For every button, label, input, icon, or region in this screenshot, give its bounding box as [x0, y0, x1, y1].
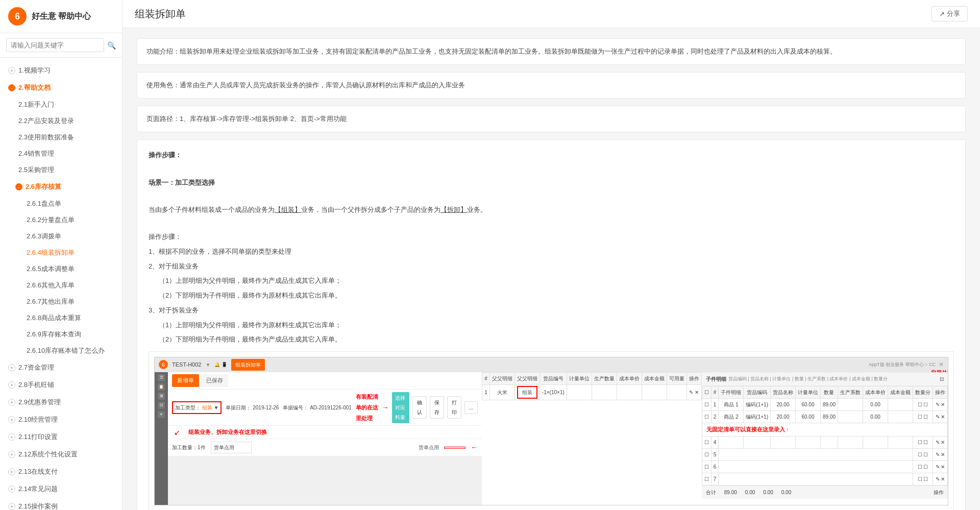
share-label: 分享 [947, 9, 960, 18]
sidebar-item-2-2[interactable]: 2.2产品安装及登录 [0, 113, 122, 129]
sub-th-parent1: 子件明细 [719, 386, 744, 398]
sidebar-item-2-14-label: 2.14常见问题 [18, 484, 58, 494]
sidebar-item-2-13[interactable]: + 2.13在线支付 [0, 463, 122, 480]
sidebar-item-2-11-label: 2.11打印设置 [18, 432, 58, 442]
sidebar-item-label: 2.帮助文档 [18, 83, 51, 92]
mock-form-header: 加工类型： 组装 ▼ 单据日期： 2019-12-26 [168, 390, 482, 426]
th-sku: 货品编号 [540, 372, 567, 384]
sub-td-qtypart-2: ☐ ☐ [913, 410, 933, 423]
sidebar-item-2-6-4[interactable]: 2.6.4组装拆卸单 [0, 245, 122, 261]
td-4-3 [719, 436, 744, 448]
td-num: 1 [482, 384, 490, 400]
sidebar-item-docs[interactable]: - 2.帮助文档 [0, 79, 122, 96]
td-4-7 [820, 436, 838, 448]
sidebar-item-2-12[interactable]: + 2.12系统个性化设置 [0, 446, 122, 463]
sidebar-item-2-6-3[interactable]: 2.6.3调拨单 [0, 228, 122, 245]
td-5-2: 5 [711, 448, 719, 460]
sub-table-row-2: ☐ 2 商品 2 编码(1+1) 20.00 60.00 89.00 [702, 410, 947, 423]
mock-save-btn[interactable]: 保存 [430, 396, 444, 419]
mock-more-btn[interactable]: ... [464, 401, 478, 414]
mock-user-area: AppT版 创业服务 帮助中心 ○ CC [869, 360, 936, 369]
mock-form-fields: 加工类型： 组装 ▼ 单据日期： 2019-12-26 [172, 392, 478, 424]
mock-apply-btn[interactable]: 选择对应料量 [392, 392, 409, 423]
ops-title: 操作步骤： [149, 231, 954, 244]
sidebar-item-2-6[interactable]: - 2.6库存核算 [0, 178, 122, 196]
sub-td-qty-2: 89.00 [820, 410, 838, 423]
role-text: 使用角色：通常由生产人员或库管人员完成折装业务的操作，库管人员确认原材料的出库和… [146, 81, 465, 89]
mock-highlighted-field [444, 447, 465, 449]
sub-th-amount: 成本金额 [888, 386, 913, 398]
sidebar-item-2-6-2[interactable]: 2.6.2分量盘点单 [0, 212, 122, 228]
sidebar-item-2-11[interactable]: + 2.11打印设置 [0, 428, 122, 446]
mock-logo: 6 [159, 360, 168, 369]
sidebar-item-2-3[interactable]: 2.3使用前数据准备 [0, 129, 122, 145]
mock-total-2: 0.00 [745, 488, 755, 497]
mock-confirm-btn[interactable]: 确认 [412, 396, 427, 419]
sidebar-item-2-4[interactable]: 2.4销售管理 [0, 145, 122, 162]
intro-block: 功能介绍：组装拆卸单用来处理企业组装或拆卸等加工业务，支持有固定装配清单的产品加… [137, 38, 966, 65]
td-amount [642, 384, 667, 400]
sub-td-unit-2: 60.00 [795, 410, 820, 423]
expand-icon-2-15: + [8, 503, 15, 510]
sidebar-item-2-15-label: 2.15操作案例 [18, 502, 58, 510]
sidebar-item-2-15[interactable]: + 2.15操作案例 [0, 498, 122, 510]
sub-th-qtypart: 数量分 [913, 386, 933, 398]
sidebar-item-2-10-label: 2.10经营管理 [18, 415, 58, 424]
sidebar-item-2-5[interactable]: 2.5采购管理 [0, 162, 122, 178]
mock-new-order-btn[interactable]: 组装拆卸单 [231, 359, 265, 371]
th-num: # [482, 372, 490, 384]
expand-icon: + [8, 67, 15, 74]
sidebar-item-2-6-1[interactable]: 2.6.1盘点单 [0, 196, 122, 212]
share-button[interactable]: ↗ 分享 [932, 6, 968, 21]
th-parent1: 父父明细 [489, 372, 514, 384]
sidebar-item-2-6-7[interactable]: 2.6.7其他出库单 [0, 294, 122, 310]
sub-td-parent-2: 商品 2 [719, 410, 744, 423]
sidebar-item-2-10[interactable]: + 2.10经营管理 [0, 411, 122, 428]
step3: 3、对于拆装业务 [149, 304, 954, 317]
mock-annotation-row1: ↙ 组装业务、拆卸业务在这里切换 [168, 426, 482, 439]
sidebar-item-2-6-6[interactable]: 2.6.6其他入库单 [0, 277, 122, 294]
steps-block: 操作步骤： 场景一：加工类型选择 当由多个子件材料组装成一个成品的业务为【组装】… [137, 139, 966, 510]
sub-th-check: ☐ [702, 386, 711, 398]
td-4-5 [770, 436, 795, 448]
sub-table-row-1: ☐ 1 商品 1 编码(1+1) 20.00 60.00 89.00 [702, 398, 947, 410]
mock-total-3: 0.00 [763, 488, 773, 497]
sidebar-item-2-1[interactable]: 2.1新手入门 [0, 96, 122, 113]
mock-tab-new[interactable]: 新增单 [172, 374, 199, 387]
sidebar-item-2-6-8[interactable]: 2.6.8商品成本重算 [0, 310, 122, 326]
td-4-11: ☐ ☐ [913, 436, 933, 448]
step2: 2、对于组装业务 [149, 260, 954, 273]
mock-order-field: 单据编号： AD-20191226-001 [283, 403, 352, 412]
mock-highlighted-cell: 组装 [517, 386, 537, 399]
mock-print-btn[interactable]: 打印 [447, 396, 461, 419]
sidebar-item-2-9[interactable]: + 2.9优惠券管理 [0, 394, 122, 411]
th-parent2: 父父明细 [514, 372, 540, 384]
sidebar-item-2-6-5[interactable]: 2.6.5成本调整单 [0, 261, 122, 277]
search-input[interactable] [6, 38, 104, 52]
share-icon: ↗ [939, 10, 945, 18]
mock-items-count: 加工数量：1件 [172, 443, 206, 452]
sidebar-item-2-13-label: 2.13在线支付 [18, 467, 58, 476]
sidebar-item-2-6-label: 2.6库存核算 [26, 182, 61, 191]
mock-tab-saved[interactable]: 已保存 [201, 374, 228, 387]
mock-top-table-area: # 父父明细 父父明细 货品编号 计量单位 生产数量 成本单价 成本金额 [482, 372, 701, 505]
sidebar-item-2-14[interactable]: + 2.14常见问题 [0, 480, 122, 498]
mock-total-1: 89.00 [724, 488, 737, 497]
mock-bottom-table-area: 子件明细 货品编码 | 货品名称 | 计量单位 | 数量 | 生产系数 | 成本… [702, 372, 948, 505]
td-6-11: ☐ ☐ [913, 460, 933, 473]
search-icon[interactable]: 🔍 [107, 41, 116, 50]
td-avail [667, 384, 687, 400]
td-5-12: ✎ ✕ [933, 448, 948, 460]
sub-td-check-2: ☐ [702, 410, 711, 423]
sidebar-item-2-6-9[interactable]: 2.6.9库存账本查询 [0, 326, 122, 343]
sidebar-item-2-7[interactable]: + 2.7资金管理 [0, 359, 122, 376]
sub-td-name-1: 20.00 [770, 398, 795, 410]
intro-text: 功能介绍：组装拆卸单用来处理企业组装或拆卸等加工业务，支持有固定装配清单的产品加… [146, 47, 837, 55]
sidebar-item-2-6-10[interactable]: 2.6.10库存账本错了怎么办 [0, 343, 122, 359]
sidebar-item-video[interactable]: + 1.视频学习 [0, 62, 122, 79]
th-amount: 成本金额 [642, 372, 667, 384]
sidebar-item-2-8[interactable]: + 2.8手机旺铺 [0, 376, 122, 394]
td-6-1: ☐ [702, 460, 711, 473]
td-7-12: ✎ ✕ [933, 473, 948, 485]
annotation-header-text: 有装配清单的在这里处理 [356, 392, 379, 424]
